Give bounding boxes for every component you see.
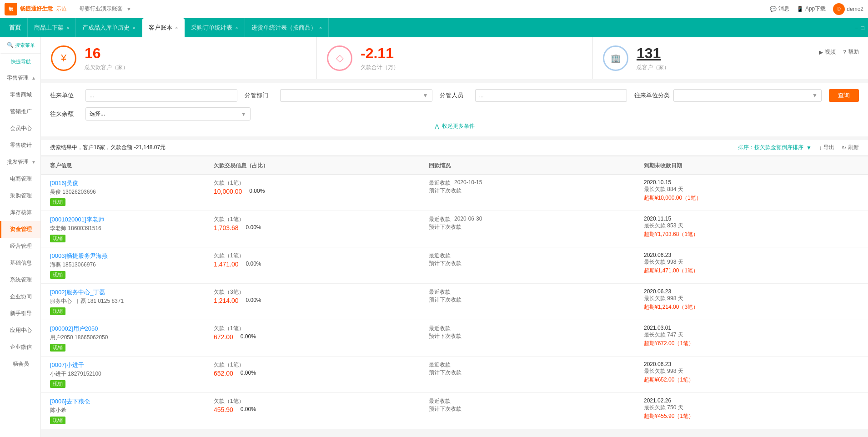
status-tag-0: 现销	[50, 198, 65, 206]
username: demo2	[847, 6, 863, 12]
tab-inbound-close[interactable]: ×	[319, 25, 322, 30]
tab-purchase-close[interactable]: ×	[235, 25, 238, 30]
sidebar-item-ecommerce[interactable]: 电商管理	[0, 171, 40, 187]
customer-name-1[interactable]: [0001020001]李老师	[50, 216, 214, 224]
view-video-label: 视频	[825, 48, 836, 56]
search-button[interactable]: 查询	[829, 89, 859, 102]
sidebar-item-retail-stats[interactable]: 零售统计	[0, 137, 40, 154]
sidebar-item-wechat[interactable]: 企业微信	[0, 339, 40, 356]
sidebar-marketing-label: 营销推广	[10, 108, 32, 115]
sidebar-item-retail-mall[interactable]: 零售商城	[0, 86, 40, 103]
customer-phone-2: 海燕 18513066976	[50, 261, 214, 269]
filter-balance: 往来余额 选择... ▼	[50, 107, 251, 121]
sidebar-item-marketing[interactable]: 营销推广	[0, 103, 40, 120]
tab-home-label: 首页	[9, 24, 21, 32]
debt-cell-6: 欠款（1笔） 455.90 0.00%	[214, 397, 429, 413]
source-unit-label: 往来单位	[50, 91, 82, 100]
tab-inbound[interactable]: 进货单统计表（按商品） ×	[245, 18, 329, 37]
chevron-down-icon-balance: ▼	[241, 111, 246, 117]
sidebar-search-label: 搜索菜单	[15, 42, 35, 48]
message-button[interactable]: 💬 消息	[770, 5, 789, 13]
sidebar-item-beginner[interactable]: 新手引导	[0, 305, 40, 322]
view-video-btn[interactable]: ▶ 视频	[819, 48, 836, 56]
manager-input[interactable]: ...	[475, 89, 627, 102]
sidebar-item-basic-info[interactable]: 基础信息	[0, 255, 40, 271]
nav-minimize[interactable]: −	[855, 25, 858, 31]
tab-production[interactable]: 产成品入库单历史 ×	[76, 18, 142, 37]
sidebar-item-app-center[interactable]: 应用中心	[0, 322, 40, 339]
tab-purchase[interactable]: 采购订单统计表 ×	[185, 18, 245, 37]
sidebar-item-inventory[interactable]: 库存核算	[0, 204, 40, 221]
table-body: [0016]吴俊 吴俊 13026203696 现销 欠款（1笔） 10,000…	[41, 175, 868, 429]
manager-label: 分管人员	[440, 91, 472, 100]
company-arrow[interactable]: ▼	[126, 6, 131, 12]
table-row: [0001020001]李老师 李老师 18600391516 现销 欠款（1笔…	[41, 211, 868, 247]
chevron-down-icon-dept: ▼	[423, 92, 428, 99]
recovery-cell-6: 最近收款 预计下次收款	[429, 397, 644, 413]
customer-name-5[interactable]: [0007]小进干	[50, 361, 214, 369]
tab-home[interactable]: 首页	[3, 18, 28, 37]
sidebar-item-retail-mgmt[interactable]: 零售管理 ▲	[0, 70, 40, 86]
status-tag-5: 现销	[50, 380, 65, 388]
sort-label: 排序：按欠款金额倒序排序	[738, 144, 803, 151]
customer-name-4[interactable]: [000002]用户2050	[50, 325, 214, 333]
recovery-cell-1: 最近收款 2020-06-30 预计下次收款	[429, 216, 644, 231]
sidebar-item-system[interactable]: 系统管理	[0, 271, 40, 288]
user-menu[interactable]: D demo2	[833, 3, 863, 15]
export-button[interactable]: ↓ 导出	[819, 144, 834, 151]
unit-category-select[interactable]: ▼	[673, 89, 822, 102]
nav-maximize[interactable]: □	[861, 25, 864, 31]
sort-button[interactable]: 排序：按欠款金额倒序排序 ▼	[738, 144, 812, 151]
sidebar-item-purchase[interactable]: 采购管理	[0, 187, 40, 204]
debt-amount-0[interactable]: 10,000.00	[214, 188, 242, 195]
tab-goods[interactable]: 商品上下架 ×	[28, 18, 76, 37]
message-icon: 💬	[770, 6, 777, 12]
tab-customer-account[interactable]: 客户账本 ×	[142, 18, 185, 37]
refresh-button[interactable]: ↻ 刷新	[842, 144, 859, 151]
sidebar-item-changhui[interactable]: 畅会员	[0, 356, 40, 372]
tab-inbound-label: 进货单统计表（按商品）	[251, 24, 316, 32]
customer-phone-5: 小进干 18279152100	[50, 370, 214, 378]
sidebar-retail-mall-label: 零售商城	[10, 91, 32, 98]
app-download-button[interactable]: 📱 App下载	[797, 5, 826, 13]
due-cell-1: 2020.11.15 最长欠款 853 天 超期¥1,703.68（1笔）	[644, 216, 859, 238]
tab-production-close[interactable]: ×	[132, 25, 135, 30]
customer-phone-3: 服务中心_丁磊 181 0125 8371	[50, 297, 214, 305]
nav-controls: − □	[851, 18, 868, 37]
customer-name-2[interactable]: [0003]畅捷服务尹海燕	[50, 252, 214, 260]
recovery-cell-4: 最近收款 预计下次收款	[429, 325, 644, 340]
stat-amount-number: -2.11	[361, 45, 399, 62]
help-btn[interactable]: ? 帮助	[843, 48, 859, 56]
table-row: [0006]去下粮仓 陈小希 现销 欠款（1笔） 455.90 0.00%	[41, 393, 868, 429]
sidebar-wholesale-label: 批发管理	[7, 158, 29, 166]
customer-name-3[interactable]: [0002]服务中心_丁磊	[50, 288, 214, 296]
balance-select[interactable]: 选择... ▼	[85, 107, 251, 121]
help-icon: ?	[843, 49, 846, 55]
sidebar-item-operation[interactable]: 经营管理	[0, 238, 40, 255]
customer-cell-6: [0006]去下粮仓 陈小希 现销	[50, 397, 214, 424]
tab-customer-close[interactable]: ×	[175, 25, 178, 30]
customer-name-0[interactable]: [0016]吴俊	[50, 179, 214, 187]
dept-select[interactable]: ▼	[280, 89, 432, 102]
source-unit-input[interactable]: ...	[85, 89, 237, 102]
col-debt-info: 欠款交易信息（占比）	[214, 162, 429, 170]
customer-name-6[interactable]: [0006]去下粮仓	[50, 397, 214, 406]
chevron-down-icon-sort: ▼	[806, 145, 812, 151]
tab-goods-close[interactable]: ×	[66, 25, 69, 30]
sidebar-item-finance[interactable]: 资金管理	[0, 221, 40, 238]
customer-cell-3: [0002]服务中心_丁磊 服务中心_丁磊 181 0125 8371 现销	[50, 288, 214, 315]
status-tag-4: 现销	[50, 344, 65, 352]
overdue-amount-0[interactable]: 超期¥10,000.00（1笔）	[644, 194, 859, 202]
sidebar-item-wholesale[interactable]: 批发管理 ▼	[0, 154, 40, 171]
sidebar-basic-info-label: 基础信息	[10, 260, 32, 266]
sidebar-search[interactable]: 🔍 搜索菜单	[0, 37, 40, 54]
col-customer-info: 客户信息	[50, 162, 214, 170]
collapse-btn[interactable]: ⋀ 收起更多条件	[50, 122, 859, 130]
avatar: D	[833, 3, 845, 15]
stat-debt-label: 总欠款客户（家）	[85, 64, 128, 71]
message-label: 消息	[778, 5, 789, 13]
tab-purchase-label: 采购订单统计表	[191, 24, 232, 32]
filter-dept: 分管部门 ▼	[245, 89, 432, 102]
sidebar-item-member[interactable]: 会员中心	[0, 120, 40, 137]
sidebar-item-corp-collab[interactable]: 企业协同	[0, 288, 40, 305]
